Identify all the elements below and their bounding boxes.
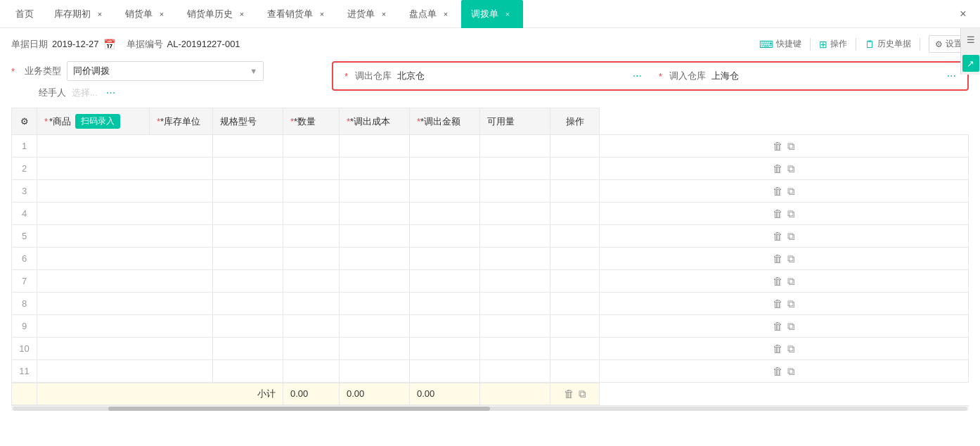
tab-sales-order[interactable]: 销货单 × — [115, 0, 177, 28]
tab-sales-order-close[interactable]: × — [157, 9, 167, 19]
row-product[interactable] — [37, 158, 213, 180]
row-qty[interactable] — [340, 158, 410, 180]
handler-more-btn[interactable]: ··· — [106, 87, 115, 99]
row-product[interactable] — [37, 180, 213, 203]
row-cost[interactable] — [410, 338, 480, 360]
row-amount[interactable] — [480, 225, 550, 248]
row-available[interactable] — [550, 338, 600, 360]
row-spec[interactable] — [283, 158, 340, 180]
row-cost[interactable] — [410, 203, 480, 225]
row-qty[interactable] — [340, 338, 410, 360]
row-qty[interactable] — [340, 225, 410, 248]
tab-inventory-check[interactable]: 盘点单 × — [399, 0, 461, 28]
row-amount[interactable] — [480, 203, 550, 225]
row-unit[interactable] — [213, 135, 283, 158]
subtotal-copy-icon[interactable]: ⧉ — [579, 388, 586, 400]
delete-row-icon[interactable]: 🗑 — [773, 343, 783, 355]
row-qty[interactable] — [340, 315, 410, 338]
row-spec[interactable] — [283, 293, 340, 315]
row-spec[interactable] — [283, 135, 340, 158]
row-product[interactable] — [37, 315, 213, 338]
row-available[interactable] — [550, 270, 600, 293]
row-cost[interactable] — [410, 158, 480, 180]
tab-transfer-order-close[interactable]: × — [503, 9, 512, 19]
delete-row-icon[interactable]: 🗑 — [773, 320, 783, 332]
row-product[interactable] — [37, 293, 213, 315]
row-qty[interactable] — [340, 203, 410, 225]
row-cost[interactable] — [410, 315, 480, 338]
row-cost[interactable] — [410, 270, 480, 293]
row-unit[interactable] — [213, 203, 283, 225]
row-cost[interactable] — [410, 180, 480, 203]
row-product[interactable] — [37, 360, 213, 383]
delete-row-icon[interactable]: 🗑 — [773, 253, 783, 265]
copy-row-icon[interactable]: ⧉ — [787, 185, 795, 198]
scan-entry-button[interactable]: 扫码录入 — [75, 114, 120, 129]
row-spec[interactable] — [283, 248, 340, 270]
row-cost[interactable] — [410, 135, 480, 158]
copy-row-icon[interactable]: ⧉ — [787, 208, 795, 220]
tab-view-sales[interactable]: 查看销货单 × — [257, 0, 337, 28]
row-amount[interactable] — [480, 158, 550, 180]
row-amount[interactable] — [480, 248, 550, 270]
row-spec[interactable] — [283, 203, 340, 225]
row-amount[interactable] — [480, 315, 550, 338]
row-amount[interactable] — [480, 360, 550, 383]
tab-purchase-order-close[interactable]: × — [379, 9, 389, 19]
tab-view-sales-close[interactable]: × — [317, 9, 327, 19]
copy-row-icon[interactable]: ⧉ — [787, 140, 795, 153]
delete-row-icon[interactable]: 🗑 — [773, 185, 783, 197]
delete-row-icon[interactable]: 🗑 — [773, 163, 783, 174]
copy-row-icon[interactable]: ⧉ — [787, 320, 795, 333]
row-qty[interactable] — [340, 135, 410, 158]
window-close-button[interactable]: × — [952, 3, 974, 25]
copy-row-icon[interactable]: ⧉ — [787, 230, 795, 243]
row-spec[interactable] — [283, 180, 340, 203]
row-qty[interactable] — [340, 293, 410, 315]
scroll-thumb[interactable] — [108, 407, 490, 411]
row-available[interactable] — [550, 135, 600, 158]
row-product[interactable] — [37, 225, 213, 248]
row-available[interactable] — [550, 360, 600, 383]
business-type-select[interactable]: 同价调拨 ▼ — [67, 61, 264, 81]
row-available[interactable] — [550, 248, 600, 270]
row-unit[interactable] — [213, 248, 283, 270]
transfer-out-value[interactable]: 北京仓 — [397, 70, 627, 82]
horizontal-scrollbar[interactable] — [11, 405, 969, 411]
tab-transfer-order[interactable]: 调拨单 × — [461, 0, 523, 28]
row-unit[interactable] — [213, 293, 283, 315]
row-cost[interactable] — [410, 360, 480, 383]
shortcut-btn[interactable]: ⌨ 快捷键 — [759, 38, 801, 50]
sidebar-list-btn[interactable]: ☰ — [962, 31, 979, 48]
row-spec[interactable] — [283, 315, 340, 338]
row-cost[interactable] — [410, 248, 480, 270]
transfer-in-value[interactable]: 上海仓 — [711, 70, 941, 82]
delete-row-icon[interactable]: 🗑 — [773, 208, 783, 219]
sidebar-export-btn[interactable]: ↗ — [962, 55, 979, 72]
row-amount[interactable] — [480, 270, 550, 293]
tab-inventory-init-close[interactable]: × — [95, 9, 105, 19]
row-available[interactable] — [550, 180, 600, 203]
subtotal-delete-icon[interactable]: 🗑 — [564, 388, 574, 400]
row-product[interactable] — [37, 248, 213, 270]
row-available[interactable] — [550, 225, 600, 248]
copy-row-icon[interactable]: ⧉ — [787, 275, 795, 288]
doc-date-value[interactable]: 2019-12-27 — [52, 39, 99, 49]
row-spec[interactable] — [283, 225, 340, 248]
delete-row-icon[interactable]: 🗑 — [773, 298, 783, 310]
history-btn[interactable]: 🗒 历史单据 — [865, 38, 911, 50]
row-amount[interactable] — [480, 293, 550, 315]
row-available[interactable] — [550, 293, 600, 315]
tab-purchase-order[interactable]: 进货单 × — [337, 0, 399, 28]
row-available[interactable] — [550, 158, 600, 180]
tab-sales-history-close[interactable]: × — [237, 9, 247, 19]
row-product[interactable] — [37, 203, 213, 225]
transfer-in-more-btn[interactable]: ··· — [947, 70, 956, 82]
row-unit[interactable] — [213, 180, 283, 203]
row-cost[interactable] — [410, 293, 480, 315]
row-unit[interactable] — [213, 360, 283, 383]
row-unit[interactable] — [213, 270, 283, 293]
row-qty[interactable] — [340, 248, 410, 270]
delete-row-icon[interactable]: 🗑 — [773, 230, 783, 242]
calendar-icon[interactable]: 📅 — [103, 39, 115, 50]
